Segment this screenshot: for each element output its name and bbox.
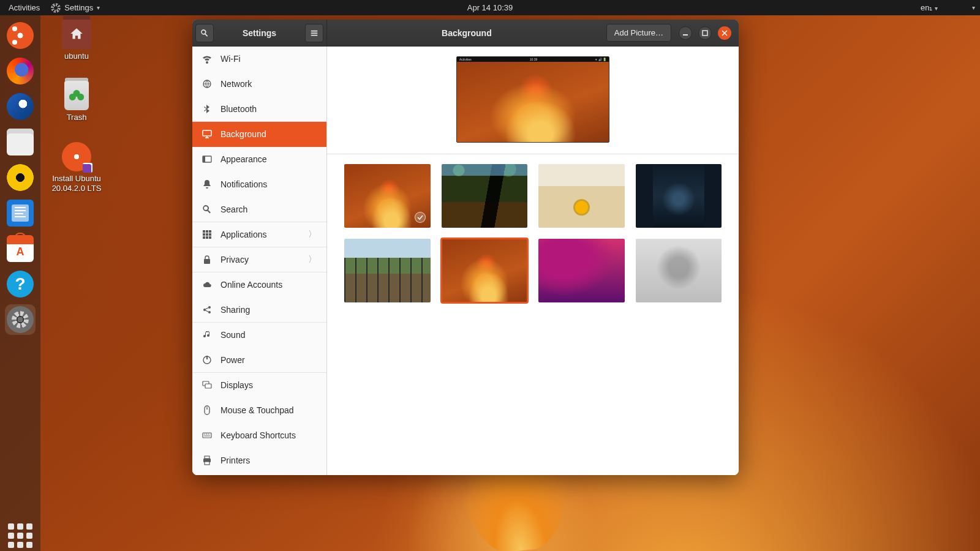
sidebar-item-label: Network [221, 79, 252, 89]
window-title-left: Settings [217, 28, 302, 38]
window-controls [679, 26, 731, 40]
sidebar-item-privacy[interactable]: Privacy 〉 [192, 247, 326, 272]
sidebar-item-label: Background [221, 129, 266, 139]
dock-item-rhythmbox[interactable] [5, 162, 36, 193]
clock[interactable]: Apr 14 10:39 [467, 3, 513, 12]
activities-button[interactable]: Activities [5, 2, 43, 13]
sidebar-item-bluetooth[interactable]: Bluetooth [192, 97, 326, 122]
maximize-button[interactable] [698, 26, 712, 40]
settings-icon [7, 306, 34, 333]
svg-rect-11 [209, 233, 211, 236]
lock-icon [202, 255, 212, 264]
sidebar-item-wifi[interactable]: Wi-Fi [192, 47, 326, 72]
sidebar-item-network[interactable]: Network [192, 72, 326, 97]
chevron-right-icon: 〉 [308, 254, 317, 265]
headerbar: Settings Background Add Picture… [192, 20, 739, 47]
headerbar-right: Background Add Picture… [327, 20, 739, 46]
sidebar-item-search[interactable]: Search [192, 197, 326, 222]
svg-rect-6 [203, 230, 205, 233]
dock-item-help[interactable]: ? [5, 269, 36, 299]
dock-item-thunderbird[interactable] [5, 91, 36, 122]
dock-item-ubuntu[interactable] [5, 20, 36, 51]
help-icon: ? [7, 271, 34, 298]
sidebar-item-label: Power [221, 355, 245, 365]
wallpaper-thumb[interactable] [636, 164, 722, 228]
background-panel: Activities 10:39 ▾ 🔊 🔋 [327, 47, 739, 475]
sidebar-item-background[interactable]: Background [192, 122, 326, 147]
sidebar-item-mouse[interactable]: Mouse & Touchpad [192, 398, 326, 423]
dock-item-files[interactable] [5, 127, 36, 157]
displays-icon [202, 380, 212, 390]
current-background-preview: Activities 10:39 ▾ 🔊 🔋 [456, 56, 609, 143]
dock-item-settings[interactable] [5, 304, 36, 335]
dock-item-writer[interactable] [5, 198, 36, 228]
sidebar-item-notifications[interactable]: Notifications [192, 172, 326, 197]
desktop-icon-label: ubuntu [46, 51, 107, 61]
sidebar-item-sharing[interactable]: Sharing [192, 298, 326, 323]
sidebar-item-label: Sound [221, 330, 245, 340]
sidebar-item-appearance[interactable]: Appearance [192, 147, 326, 172]
panel-title: Background [327, 28, 606, 38]
sidebar-item-sound[interactable]: Sound [192, 323, 326, 348]
wallpaper-thumb[interactable] [636, 239, 722, 302]
close-button[interactable] [718, 26, 731, 40]
sidebar-item-applications[interactable]: Applications 〉 [192, 222, 326, 247]
sidebar-item-keyboard[interactable]: Keyboard Shortcuts [192, 423, 326, 448]
wallpaper-grid [327, 154, 739, 312]
current-background-preview-wrap: Activities 10:39 ▾ 🔊 🔋 [327, 47, 739, 154]
dock-item-software[interactable] [5, 233, 36, 264]
wallpaper-thumb[interactable] [538, 164, 625, 228]
rhythmbox-icon [7, 164, 34, 191]
sidebar-item-displays[interactable]: Displays [192, 373, 326, 398]
sidebar-item-power[interactable]: Power [192, 348, 326, 373]
preview-topbar: Activities 10:39 ▾ 🔊 🔋 [457, 57, 609, 62]
app-menu[interactable]: Settings ▾ [47, 2, 104, 14]
wallpaper-thumb[interactable] [538, 239, 625, 302]
close-icon [722, 30, 728, 36]
sidebar-item-label: Online Accounts [221, 280, 282, 290]
apps-grid-icon [7, 522, 34, 549]
sidebar-item-label: Applications [221, 230, 267, 239]
ubuntu-installer-icon [62, 142, 91, 171]
system-menu-chevron-icon[interactable]: ▾ [972, 4, 975, 11]
sidebar-item-label: Privacy [221, 255, 249, 264]
gnome-topbar: Activities Settings ▾ Apr 14 10:39 en₁ ▾… [0, 0, 980, 15]
chevron-right-icon: 〉 [308, 229, 317, 240]
search-button[interactable] [195, 24, 214, 42]
network-icon [202, 79, 212, 89]
sidebar-item-printers[interactable]: Printers [192, 448, 326, 473]
svg-rect-15 [204, 259, 210, 264]
keyboard-layout-label: en₁ [921, 3, 932, 12]
settings-sidebar: Wi-Fi Network Bluetooth Background Appea… [192, 47, 327, 475]
wallpaper-thumb[interactable] [442, 164, 528, 228]
settings-window: Settings Background Add Picture… Wi-Fi [192, 20, 739, 475]
dock-item-firefox[interactable] [5, 56, 36, 86]
svg-rect-0 [683, 34, 688, 36]
sidebar-item-label: Displays [221, 380, 253, 390]
sidebar-item-label: Sharing [221, 305, 250, 315]
bluetooth-icon [202, 104, 212, 114]
wallpaper-thumb[interactable] [344, 239, 431, 302]
sidebar-item-label: Keyboard Shortcuts [221, 430, 296, 440]
svg-rect-22 [205, 384, 211, 388]
sidebar-item-label: Mouse & Touchpad [221, 405, 294, 415]
add-picture-button[interactable]: Add Picture… [606, 24, 671, 42]
svg-rect-24 [206, 407, 207, 410]
svg-rect-5 [203, 156, 205, 162]
display-icon [202, 129, 212, 139]
svg-point-17 [208, 306, 211, 309]
wallpaper-thumb[interactable] [442, 239, 528, 302]
desktop-icon-trash[interactable]: Trash [46, 81, 107, 122]
gear-icon [51, 3, 61, 13]
show-applications-button[interactable] [5, 520, 36, 551]
sidebar-item-online-accounts[interactable]: Online Accounts [192, 272, 326, 298]
desktop-icon-home[interactable]: ubuntu [46, 20, 107, 61]
keyboard-icon [202, 430, 212, 440]
svg-rect-12 [203, 236, 205, 239]
keyboard-layout-indicator[interactable]: en₁ ▾ [921, 3, 938, 12]
primary-menu-button[interactable] [305, 24, 323, 42]
firefox-icon [7, 58, 34, 84]
minimize-button[interactable] [679, 26, 692, 40]
wallpaper-thumb[interactable] [344, 164, 431, 228]
desktop-icon-install-ubuntu[interactable]: Install Ubuntu 20.04.2.0 LTS [46, 142, 107, 193]
